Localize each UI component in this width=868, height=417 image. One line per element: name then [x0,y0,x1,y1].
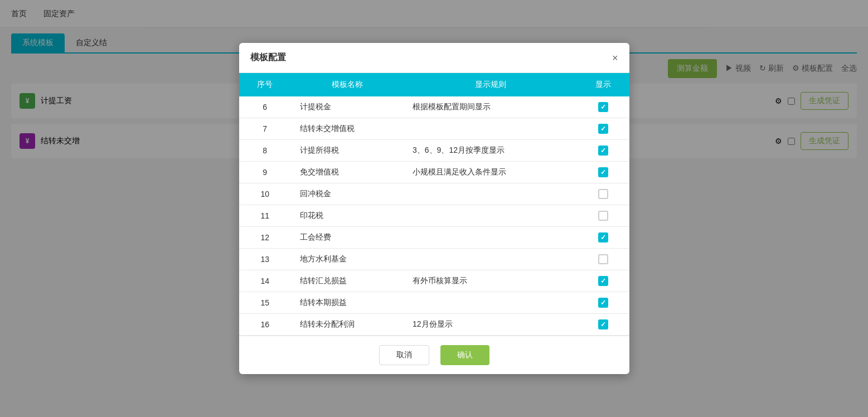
table-row: 7结转未交增值税 [239,118,629,140]
checkbox-11[interactable] [598,211,608,221]
cell-id-4: 10 [239,183,291,205]
table-row: 6计提税金根据模板配置期间显示 [239,96,629,118]
cell-name-1: 结转未交增值税 [291,118,404,140]
cell-name-3: 免交增值税 [291,162,404,183]
cell-rule-1 [404,118,577,140]
cell-id-6: 12 [239,227,291,249]
modal-header: 模板配置 × [239,43,629,73]
cell-check-9 [577,292,629,314]
cell-check-4 [577,183,629,205]
cell-check-10 [577,314,629,336]
cell-rule-10: 12月份显示 [404,314,577,336]
cell-name-5: 印花税 [291,205,404,227]
table-header: 序号 模板名称 显示规则 显示 [239,73,629,96]
cell-name-9: 结转本期损益 [291,292,404,314]
config-table: 序号 模板名称 显示规则 显示 6计提税金根据模板配置期间显示7结转未交增值税8… [239,73,629,336]
cancel-button[interactable]: 取消 [379,345,429,365]
checkbox-15[interactable] [598,298,608,308]
col-header-name: 模板名称 [291,73,404,96]
table-row: 11印花税 [239,205,629,227]
cell-rule-3: 小规模且满足收入条件显示 [404,162,577,183]
cell-rule-4 [404,183,577,205]
modal-body: 序号 模板名称 显示规则 显示 6计提税金根据模板配置期间显示7结转未交增值税8… [239,73,629,336]
modal-template-config: 模板配置 × 序号 模板名称 显示规则 显示 6计提税金根据模板配置期间显示7结… [239,43,629,374]
cell-id-1: 7 [239,118,291,140]
col-header-display: 显示 [577,73,629,96]
checkbox-13[interactable] [598,254,608,264]
cell-name-10: 结转未分配利润 [291,314,404,336]
cell-check-2 [577,140,629,162]
cell-rule-5 [404,205,577,227]
cell-name-6: 工会经费 [291,227,404,249]
cell-id-2: 8 [239,140,291,162]
col-header-id: 序号 [239,73,291,96]
cell-id-0: 6 [239,96,291,118]
table-body: 6计提税金根据模板配置期间显示7结转未交增值税8计提所得税3、6、9、12月按季… [239,96,629,336]
modal-overlay: 模板配置 × 序号 模板名称 显示规则 显示 6计提税金根据模板配置期间显示7结… [0,0,868,417]
cell-name-2: 计提所得税 [291,140,404,162]
checkbox-9[interactable] [598,167,608,177]
cell-name-0: 计提税金 [291,96,404,118]
checkbox-12[interactable] [598,232,608,243]
cell-rule-6 [404,227,577,249]
cell-name-7: 地方水利基金 [291,249,404,270]
cell-check-5 [577,205,629,227]
cell-check-6 [577,227,629,249]
checkbox-8[interactable] [598,146,608,156]
cell-id-3: 9 [239,162,291,183]
confirm-button[interactable]: 确认 [440,345,489,365]
cell-check-8 [577,270,629,292]
checkbox-14[interactable] [598,276,608,286]
cell-check-7 [577,249,629,270]
cell-name-4: 回冲税金 [291,183,404,205]
table-row: 13地方水利基金 [239,249,629,270]
table-row: 8计提所得税3、6、9、12月按季度显示 [239,140,629,162]
table-row: 15结转本期损益 [239,292,629,314]
cell-id-5: 11 [239,205,291,227]
table-row: 10回冲税金 [239,183,629,205]
checkbox-16[interactable] [598,319,608,329]
table-row: 9免交增值税小规模且满足收入条件显示 [239,162,629,183]
cell-rule-2: 3、6、9、12月按季度显示 [404,140,577,162]
cell-name-8: 结转汇兑损益 [291,270,404,292]
cell-id-7: 13 [239,249,291,270]
cell-id-10: 16 [239,314,291,336]
modal-title: 模板配置 [250,52,286,64]
cell-rule-0: 根据模板配置期间显示 [404,96,577,118]
checkbox-6[interactable] [598,102,608,112]
cell-rule-9 [404,292,577,314]
cell-id-8: 14 [239,270,291,292]
cell-rule-7 [404,249,577,270]
checkbox-10[interactable] [598,189,608,199]
cell-check-0 [577,96,629,118]
cell-check-1 [577,118,629,140]
modal-footer: 取消 确认 [239,336,629,374]
modal-close-button[interactable]: × [612,53,618,63]
table-row: 12工会经费 [239,227,629,249]
table-row: 14结转汇兑损益有外币核算显示 [239,270,629,292]
col-header-rule: 显示规则 [404,73,577,96]
table-row: 16结转未分配利润12月份显示 [239,314,629,336]
checkbox-7[interactable] [598,124,608,134]
cell-rule-8: 有外币核算显示 [404,270,577,292]
cell-id-9: 15 [239,292,291,314]
cell-check-3 [577,162,629,183]
